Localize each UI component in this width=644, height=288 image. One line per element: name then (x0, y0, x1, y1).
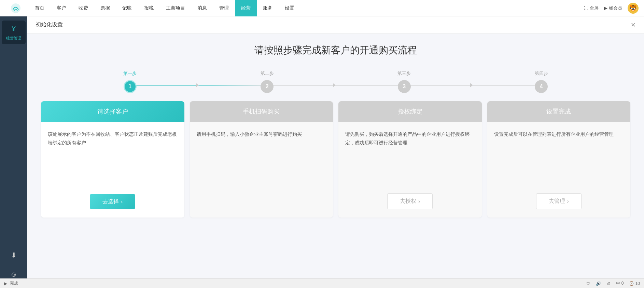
card-2-header: 手机扫码购买 (190, 101, 333, 122)
nav-item-invoice[interactable]: 票据 (94, 0, 116, 16)
vip-button[interactable]: ▶ 畅会员 (604, 5, 622, 11)
nav-items: 首页 客户 收费 票据 记账 报税 工商项目 消息 管理 经营 服务 设置 (29, 0, 584, 16)
play-btn[interactable]: ▶ (4, 281, 7, 286)
step-4-label: 第四步 (535, 70, 548, 77)
wizard-heading: 请按照步骤完成新客户的开通购买流程 (41, 44, 630, 57)
status-bar: ▶ 完成 🛡 🔊 🖨 中 0 ⌚ 10 (0, 278, 644, 288)
step-2: 第二步 2 (199, 70, 336, 93)
card-3: 授权绑定 请先购买，购买后选择开通的产品中的企业用户进行授权绑定，成功后即可进行… (338, 101, 482, 218)
card-1-header: 请选择客户 (41, 101, 184, 122)
status-text: 完成 (10, 280, 18, 286)
fullscreen-label: 全屏 (590, 5, 599, 11)
nav-item-message[interactable]: 消息 (191, 0, 213, 16)
sidebar-item-operation[interactable]: ¥ 经营管理 (2, 21, 26, 44)
sidebar-download[interactable]: ⬇ (2, 247, 26, 263)
card-4: 设置完成 设置完成后可以在管理列表进行所有企业用户的经营管理 去管理 › (487, 101, 631, 218)
nav-item-customer[interactable]: 客户 (51, 0, 72, 16)
step-2-circle: 2 (261, 80, 274, 93)
nav-item-settings[interactable]: 设置 (279, 0, 300, 16)
card-3-btn-arrow: › (418, 198, 420, 205)
card-3-body: 请先购买，购买后选择开通的产品中的企业用户进行授权绑定，成功后即可进行经营管理 (338, 122, 482, 188)
fullscreen-button[interactable]: ⛶ 全屏 (584, 5, 599, 11)
play-icon: ▶ (604, 5, 607, 11)
card-4-footer: 去管理 › (487, 188, 631, 218)
nav-item-fee[interactable]: 收费 (72, 0, 94, 16)
card-2: 手机扫码购买 请用手机扫码，输入小微企业主账号密码进行购买 (190, 101, 333, 218)
top-nav: 首页 客户 收费 票据 记账 报税 工商项目 消息 管理 经营 服务 设置 ⛶ … (0, 0, 644, 16)
step-4: 第四步 4 (473, 70, 610, 93)
avatar[interactable]: 🐯 (628, 3, 639, 14)
page-title: 初始化设置 (36, 21, 63, 28)
card-2-footer (190, 204, 333, 218)
print-icon: 🖨 (606, 281, 611, 286)
card-4-btn-arrow: › (567, 198, 569, 205)
step-1-label: 第一步 (123, 70, 137, 77)
step-4-circle: 4 (535, 80, 548, 93)
step-3-label: 第三步 (397, 70, 411, 77)
step-1-circle: 1 (124, 80, 137, 93)
nav-item-manage[interactable]: 管理 (213, 0, 235, 16)
volume-icon: 🔊 (596, 281, 601, 286)
wizard-content: 请按照步骤完成新客户的开通购买流程 第一步 1 第二步 (27, 34, 644, 228)
fullscreen-icon: ⛶ (584, 5, 588, 11)
nav-item-business[interactable]: 工商项目 (160, 0, 191, 16)
sidebar-item-label: 经营管理 (6, 36, 21, 41)
card-3-btn-label: 去授权 (400, 198, 416, 205)
card-3-btn[interactable]: 去授权 › (387, 193, 433, 209)
card-4-header: 设置完成 (487, 101, 631, 122)
status-bar-right: 🛡 🔊 🖨 中 0 ⌚ 10 (586, 280, 640, 286)
yen-icon: ¥ (9, 24, 18, 34)
nav-right: ⛶ 全屏 ▶ 畅会员 🐯 (584, 3, 639, 14)
shield-icon: 🛡 (586, 281, 590, 286)
step-3-circle: 3 (398, 80, 411, 93)
step-3: 第三步 3 (336, 70, 473, 93)
card-3-header: 授权绑定 (338, 101, 482, 122)
nav-item-service[interactable]: 服务 (257, 0, 279, 16)
card-3-footer: 去授权 › (338, 188, 482, 218)
vip-label: 畅会员 (609, 5, 622, 11)
card-4-body: 设置完成后可以在管理列表进行所有企业用户的经营管理 (487, 122, 631, 188)
sidebar: ¥ 经营管理 ⬇ ☺ (0, 16, 27, 288)
download-icon: ⬇ (9, 250, 18, 260)
step-2-label: 第二步 (261, 70, 274, 77)
card-4-btn[interactable]: 去管理 › (536, 193, 582, 209)
lang-indicator: 中 0 (616, 280, 624, 286)
nav-item-operation[interactable]: 经营 (235, 0, 257, 16)
main-content: 初始化设置 ✕ 请按照步骤完成新客户的开通购买流程 第一步 1 (27, 16, 644, 288)
cards-row: 请选择客户 该处展示的客户为不在回收站、客户状态正常建账后完成老板端绑定的所有客… (41, 101, 630, 218)
nav-logo (5, 3, 26, 14)
card-1-btn[interactable]: 去选择 › (90, 194, 135, 209)
card-1-body: 该处展示的客户为不在回收站、客户状态正常建账后完成老板端绑定的所有客户 (41, 122, 184, 188)
nav-item-accounting[interactable]: 记账 (116, 0, 138, 16)
layout: ¥ 经营管理 ⬇ ☺ 初始化设置 ✕ 请按照步骤完成新客户的开通购买流程 第 (0, 16, 644, 288)
step-1: 第一步 1 (61, 70, 199, 93)
card-1-btn-arrow: › (121, 199, 123, 205)
nav-item-tax[interactable]: 报税 (138, 0, 160, 16)
card-1-footer: 去选择 › (41, 188, 184, 218)
support-icon: ☺ (9, 270, 18, 279)
nav-item-home[interactable]: 首页 (29, 0, 51, 16)
close-button[interactable]: ✕ (631, 22, 636, 28)
card-1-btn-label: 去选择 (102, 198, 119, 205)
page-header: 初始化设置 ✕ (27, 16, 644, 34)
card-1: 请选择客户 该处展示的客户为不在回收站、客户状态正常建账后完成老板端绑定的所有客… (41, 101, 184, 218)
clock-indicator: ⌚ 10 (629, 281, 640, 286)
svg-point-0 (11, 3, 20, 13)
card-4-btn-label: 去管理 (549, 198, 565, 205)
card-2-body: 请用手机扫码，输入小微企业主账号密码进行购买 (190, 122, 333, 204)
